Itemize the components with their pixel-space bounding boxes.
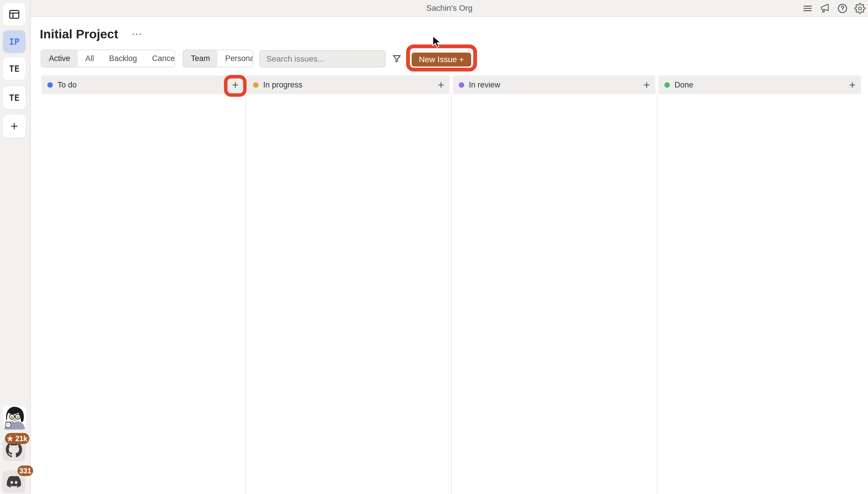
- tab-active[interactable]: Active: [41, 50, 78, 67]
- help-icon[interactable]: [836, 3, 848, 14]
- issue-filter-tabs: Active All Backlog Cancelled: [41, 50, 175, 68]
- user-avatar[interactable]: [3, 406, 26, 430]
- column-name: Done: [674, 80, 693, 90]
- search-input[interactable]: [259, 50, 386, 68]
- avatar-illustration: [3, 406, 26, 430]
- layout-window-icon: [8, 8, 21, 21]
- column-divider: [451, 95, 452, 494]
- discord-count-badge: 331: [17, 466, 33, 476]
- header-actions: [802, 0, 866, 17]
- megaphone-icon[interactable]: [819, 3, 831, 14]
- add-issue-done-button[interactable]: +: [847, 76, 857, 94]
- column-header-in-progress: In progress +: [247, 76, 450, 94]
- scope-tabs: Team Personal: [183, 50, 253, 68]
- tab-team[interactable]: Team: [183, 50, 218, 67]
- status-dot-in-review: [459, 82, 464, 88]
- add-issue-in-review-button[interactable]: +: [642, 76, 652, 94]
- discord-icon: [6, 474, 22, 489]
- team-initials: TE: [9, 93, 19, 103]
- column-name: In progress: [263, 80, 302, 90]
- sidebar: IP TE TE +: [0, 0, 31, 494]
- github-stars-count: ★ 21k: [7, 434, 27, 443]
- team-initials: TE: [9, 64, 19, 74]
- sidebar-item-initial-project[interactable]: IP: [3, 30, 25, 53]
- column-name: In review: [469, 80, 500, 90]
- add-issue-todo-button[interactable]: +: [230, 76, 240, 94]
- status-dot-done: [664, 82, 670, 88]
- project-more-button[interactable]: ···: [132, 30, 143, 39]
- hamburger-menu-icon[interactable]: [802, 3, 813, 14]
- cursor-pointer-icon: [432, 35, 442, 49]
- column-divider: [245, 95, 246, 494]
- tab-all[interactable]: All: [78, 50, 102, 67]
- column-header-in-review: In review +: [453, 76, 655, 94]
- tab-cancelled[interactable]: Cancelled: [145, 50, 175, 67]
- github-stars-badge: ★ 21k: [5, 433, 29, 444]
- column-name: To do: [58, 80, 77, 90]
- status-dot-in-progress: [253, 82, 259, 88]
- status-dot-todo: [47, 82, 53, 88]
- sidebar-item-team-1[interactable]: TE: [3, 57, 25, 80]
- filter-funnel-icon[interactable]: [391, 53, 402, 64]
- workspace-initials: IP: [9, 37, 19, 47]
- new-issue-button[interactable]: New Issue +: [412, 53, 471, 66]
- add-issue-in-progress-button[interactable]: +: [436, 76, 446, 94]
- column-divider: [657, 95, 657, 494]
- sidebar-item-team-2[interactable]: TE: [3, 86, 25, 109]
- top-header: Sachin's Org: [31, 0, 868, 17]
- sidebar-workspace-switcher-button[interactable]: [3, 3, 25, 25]
- page-title: Initial Project: [40, 27, 118, 41]
- tab-backlog[interactable]: Backlog: [102, 50, 145, 67]
- sidebar-add-workspace-button[interactable]: +: [3, 115, 25, 137]
- org-title: Sachin's Org: [31, 0, 868, 17]
- column-header-done: Done +: [658, 76, 861, 94]
- settings-gear-icon[interactable]: [854, 3, 866, 14]
- column-header-todo: To do +: [42, 76, 244, 94]
- tab-personal[interactable]: Personal: [218, 50, 253, 67]
- plus-icon: +: [11, 120, 18, 133]
- discord-member-count: 331: [19, 467, 32, 475]
- new-issue-label: New Issue +: [419, 55, 464, 64]
